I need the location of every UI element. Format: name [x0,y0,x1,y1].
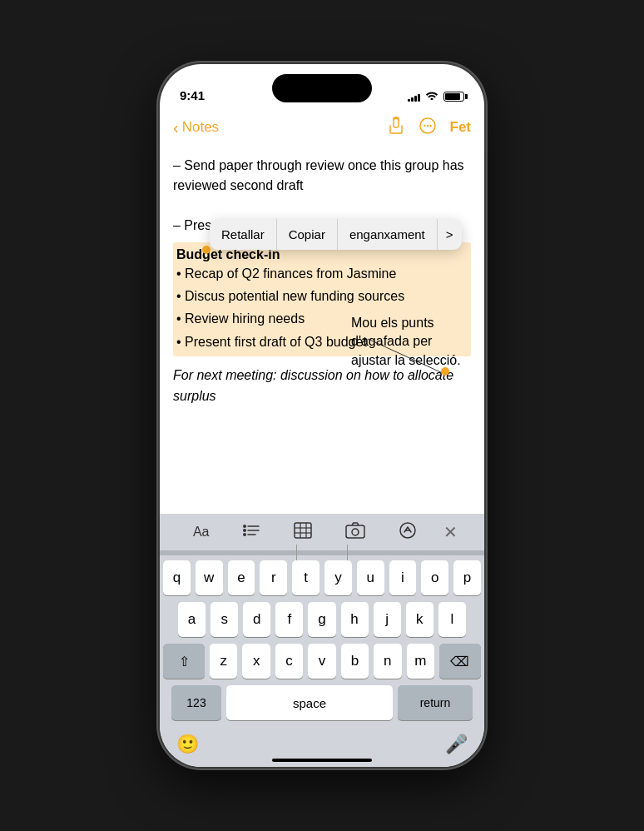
key-k[interactable]: k [406,602,433,637]
bullet-1: • Recap of Q2 finances from Jasmine [176,262,468,285]
key-c[interactable]: c [275,644,303,679]
bar2 [411,97,414,102]
note-after-text: For next meeting: discussion on how to a… [173,365,471,407]
key-numbers[interactable]: 123 [171,685,221,720]
key-space[interactable]: space [226,685,393,720]
bar1 [408,99,410,102]
nav-bar: ‹ Notes Fet [160,109,484,146]
svg-point-10 [243,533,246,536]
list-format-button[interactable] [235,519,267,546]
battery-icon [443,92,464,102]
key-n[interactable]: n [374,644,401,679]
key-m[interactable]: m [407,644,434,679]
key-j[interactable]: j [374,602,401,637]
svg-rect-12 [295,523,311,538]
selection-handle-bottom[interactable] [441,367,449,376]
key-t[interactable]: t [292,560,320,595]
key-return[interactable]: return [398,685,473,720]
key-d[interactable]: d [243,602,270,637]
key-u[interactable]: u [357,560,384,595]
back-button[interactable]: ‹ Notes [173,118,219,137]
key-g[interactable]: g [308,602,335,637]
key-backspace[interactable]: ⌫ [439,644,481,679]
table-button[interactable] [287,519,319,546]
bar3 [414,96,417,102]
svg-point-18 [352,529,359,535]
context-more[interactable]: > [438,219,462,250]
key-b[interactable]: b [341,644,369,679]
key-l[interactable]: l [438,602,466,637]
key-v[interactable]: v [308,644,335,679]
battery-fill [445,93,460,100]
key-s[interactable]: s [211,602,238,637]
key-a[interactable]: a [178,602,206,637]
key-x[interactable]: x [242,644,270,679]
selection-handle-top[interactable] [202,246,211,254]
toolbar-close-button[interactable]: ✕ [443,522,458,542]
svg-point-2 [424,124,425,126]
markup-button[interactable] [392,518,424,547]
svg-point-6 [243,525,246,528]
keyboard-rows: q w e r t y u i o p a s d f g h j k [160,555,484,720]
dynamic-island [272,74,372,102]
status-icons [408,90,464,104]
bullet-2: • Discus potential new funding sources [176,285,468,307]
key-i[interactable]: i [389,560,417,595]
context-cut[interactable]: Retallar [210,219,277,250]
key-row-2: a s d f g h j k l [163,602,481,637]
home-indicator [272,759,372,762]
svg-point-4 [429,124,431,126]
emoji-button[interactable]: 🙂 [173,730,202,759]
done-button[interactable]: Fet [450,119,472,136]
signal-bars-icon [408,92,420,102]
key-r[interactable]: r [260,560,287,595]
camera-button[interactable] [339,519,372,546]
formatting-toolbar: Aa ✕ [160,514,484,550]
key-y[interactable]: y [324,560,352,595]
status-time: 9:41 [180,88,205,104]
context-paste[interactable]: enganxament [338,219,438,250]
key-row-1: q w e r t y u i o p [163,560,481,595]
divider-line-1 [296,545,297,561]
key-row-3: ⇧ z x c v b n m ⌫ [163,644,481,679]
key-e[interactable]: e [228,560,255,595]
share-button[interactable] [387,117,405,139]
dictation-button[interactable]: 🎤 [442,730,471,759]
context-menu: Retallar Copiar enganxament > [210,219,462,250]
divider-line-2 [347,545,348,561]
key-f[interactable]: f [275,602,303,637]
annotation-text: Mou els punts d'agafada per ajustar la s… [351,314,468,370]
font-format-button[interactable]: Aa [186,521,216,543]
back-label: Notes [182,119,219,136]
back-chevron-icon: ‹ [173,118,179,137]
key-h[interactable]: h [341,602,369,637]
key-o[interactable]: o [421,560,448,595]
wifi-icon [425,90,438,102]
svg-point-3 [426,124,428,126]
svg-point-8 [243,529,246,532]
nav-actions: Fet [387,117,472,139]
bar4 [418,94,420,102]
context-copy[interactable]: Copiar [277,219,338,250]
keyboard-bottom-bar: 🙂 🎤 [160,727,484,759]
keyboard: q w e r t y u i o p a s d f g h j k [160,550,484,767]
key-p[interactable]: p [453,560,481,595]
key-w[interactable]: w [196,560,223,595]
key-shift[interactable]: ⇧ [163,644,205,679]
key-q[interactable]: q [163,560,191,595]
key-row-4: 123 space return [163,685,481,720]
more-button[interactable] [419,117,437,139]
phone-frame: 9:41 ‹ Notes [160,64,484,767]
key-z[interactable]: z [210,644,237,679]
